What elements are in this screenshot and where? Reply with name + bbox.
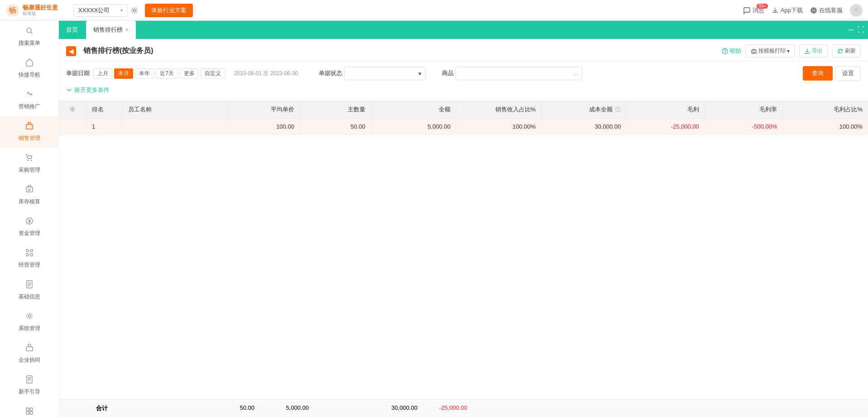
date-this-year[interactable]: 本年 [135,68,154,79]
sidebar-item-basic-info[interactable]: 基础信息 [0,274,58,306]
sidebar-item-marketing[interactable]: 营销推广 [0,84,58,116]
sidebar-item-purchase[interactable]: 采购管理 [0,148,58,179]
help-button[interactable]: 帮助 [722,47,741,55]
logo-area: 畅 畅康通好生意 标准版 [5,3,58,18]
inventory-icon [25,185,34,196]
sidebar-item-finance[interactable]: 资金管理 [0,211,58,243]
print-dropdown-icon[interactable]: ▾ [787,48,790,54]
footer-qty: 50.00 [209,404,254,412]
system-icon [25,312,34,323]
sidebar: 搜索菜单 快捷导航 营销推广 销售管理 采购管理 [0,21,59,417]
app-download-label: App下载 [781,6,803,14]
sidebar-item-guide[interactable]: 新手引导 [0,369,58,401]
tab-minimize-button[interactable]: ─ [849,26,854,34]
collapse-arrow-button[interactable]: ◀ [66,46,76,56]
status-dropdown-icon: ▾ [418,70,422,77]
expand-label: 展开更多条件 [74,86,110,94]
footer-gross: -25,000.00 [417,404,467,412]
th-rank: 排名 [86,101,122,119]
status-select[interactable]: ▾ [344,67,426,80]
date-last-7days[interactable]: 近7天 [156,68,178,79]
date-range-text: 2023-06-01 至 2023-06-30 [234,70,298,77]
search-icon [25,26,34,38]
marketing-icon [25,90,34,101]
app-download-button[interactable]: App下载 [772,6,803,14]
cell-qty: 50.00 [300,119,371,135]
date-last-month[interactable]: 上月 [93,68,112,79]
sidebar-item-search-order[interactable]: 搜索菜单 [0,21,58,53]
page-header: ◀ 销售排行榜(按业务员) 帮助 按模板打印 ▾ 导出 [59,39,868,62]
expand-more-button[interactable]: 展开更多条件 [66,84,110,96]
cell-settings [59,119,86,135]
sidebar-label-quick-nav: 快捷导航 [19,71,40,79]
export-label: 导出 [812,47,823,55]
page-title: 销售排行榜(按业务员) [83,46,153,56]
th-sales-pct: 销售收入占比% [456,101,541,119]
date-custom[interactable]: 自定义 [201,68,225,79]
svg-rect-17 [26,347,33,351]
tab-close-icon[interactable]: × [125,27,129,33]
cost-help-icon[interactable]: ⓘ [615,106,621,113]
sidebar-label-operation: 经营管理 [19,261,40,269]
svg-rect-22 [30,412,33,414]
trial-button[interactable]: 体验行业方案 [145,4,193,17]
filter-bar: 单据日期 上月 本月 本年 近7天 更多 自定义 2023-06-01 至 20… [59,62,868,101]
th-gross: 毛利 [627,101,705,119]
template-print-button[interactable]: 按模板打印 ▾ [746,44,795,58]
logo-text: 畅康通好生意 标准版 [23,4,58,17]
date-more[interactable]: 更多 [180,68,199,79]
tab-maximize-button[interactable]: ⛶ [857,26,864,34]
sidebar-item-system[interactable]: 系统管理 [0,306,58,338]
sidebar-item-app-center[interactable]: 应用中心 [0,401,58,417]
goods-more-icon[interactable]: ... [574,70,578,77]
page-header-actions: 帮助 按模板打印 ▾ 导出 刷新 [722,44,861,58]
sidebar-label-purchase: 采购管理 [19,166,40,174]
print-icon [751,48,757,54]
date-quick-buttons: 上月 本月 本年 近7天 更多 自定义 [93,68,225,79]
table-header-row: 排名 员工名称 平均单价 主数量 全额 销售收入占比% 成本全额 ⓘ 毛利 毛利 [59,101,868,119]
sidebar-item-enterprise[interactable]: 企业协同 [0,338,58,369]
svg-text:畅: 畅 [9,6,16,14]
sidebar-item-operation[interactable]: 经营管理 [0,243,58,274]
online-service-button[interactable]: 在线客服 [810,6,843,14]
cell-rank: 1 [86,119,122,135]
logo-main: 畅康通好生意 [23,4,58,11]
message-badge: 99+ [757,4,768,9]
settings-button[interactable]: 设置 [835,66,861,81]
top-bar: 畅 畅康通好生意 标准版 XXXXX公司 ▾ 体验行业方案 消息 99+ [0,0,868,21]
message-button[interactable]: 消息 99+ [743,6,764,14]
footer-amount: 5,000.00 [254,404,309,412]
guide-icon [25,375,34,386]
th-avg-price: 平均单价 [229,101,300,119]
sidebar-item-sales[interactable]: 销售管理 [0,116,58,148]
svg-point-26 [72,108,73,110]
sidebar-label-guide: 新手引导 [19,388,40,396]
th-settings[interactable] [59,101,86,119]
query-button[interactable]: 查询 [803,66,833,81]
purchase-icon [25,153,34,164]
user-avatar[interactable] [850,4,863,17]
svg-point-7 [27,160,29,161]
sidebar-item-quick-nav[interactable]: 快捷导航 [0,53,58,84]
refresh-button[interactable]: 刷新 [832,44,861,58]
sidebar-label-enterprise: 企业协同 [19,356,40,364]
company-selector[interactable]: XXXXX公司 ▾ [73,4,128,17]
tab-home[interactable]: 首页 [59,21,85,39]
column-settings-icon [69,106,76,112]
th-gross-pct: 毛利占比% [783,101,868,119]
export-button[interactable]: 导出 [799,44,828,58]
date-this-month[interactable]: 本月 [114,68,133,79]
svg-rect-11 [26,249,29,252]
goods-input[interactable]: ... [456,67,582,80]
home-icon [25,58,34,69]
sales-icon [25,121,34,133]
th-gross-rate: 毛利率 [705,101,783,119]
table-row: 1 100.00 50.00 5,000.00 100.00% 30,000.0… [59,119,868,135]
th-qty: 主数量 [300,101,371,119]
sidebar-item-inventory[interactable]: 库存核算 [0,179,58,211]
goods-label: 商品 [442,69,454,77]
tab-sales-ranking[interactable]: 销售排行榜 × [86,21,136,39]
settings-icon-button[interactable] [128,4,141,17]
company-name: XXXXX公司 [78,6,119,14]
date-label: 单据日期 [66,69,90,77]
